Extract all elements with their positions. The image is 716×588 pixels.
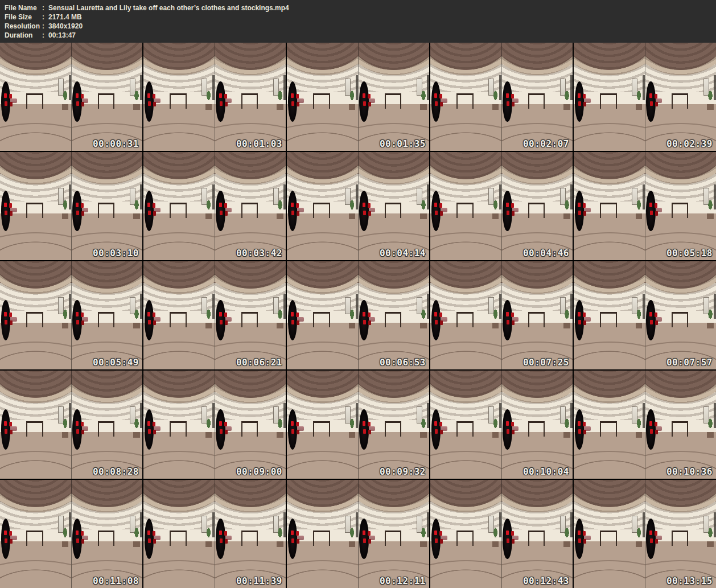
video-thumbnail: 00:01:35 [287,43,429,151]
floor-seams [287,430,358,479]
plant-shape [492,199,499,219]
vr-logo-oval [1,519,10,558]
right-eye-frame [72,480,143,588]
floor-seams [0,540,71,588]
floor-seams [574,430,645,479]
plant-shape [205,308,212,328]
vr-logo-oval [359,300,368,340]
wardrobe-shape [356,294,358,319]
table-shape [600,203,617,218]
vr-logo-led-icon [578,312,581,316]
video-thumbnail: 00:03:10 [0,152,142,260]
table-shape [528,421,545,437]
vr-logo-led-icon [76,93,79,98]
right-eye-frame [215,43,286,151]
vr-logo-led-icon [506,421,509,426]
right-eye-frame [502,371,573,479]
file-info-header: File Name:Sensual Lauretta and Lily take… [0,0,716,43]
vr-logo-led-icon [434,312,437,316]
left-eye-frame [430,261,502,369]
vr-logo-led-icon [219,531,222,535]
right-eye-frame [645,261,716,369]
right-eye-frame [215,152,286,260]
wardrobe-shape [427,184,429,209]
wardrobe-shape [570,184,573,209]
floor-seams [143,102,215,151]
vr-logo-led-icon [4,312,7,316]
plant-shape [62,417,68,438]
vr-logo-led-icon [649,203,652,207]
plant-shape [563,527,570,547]
timestamp-overlay: 00:01:03 [236,138,282,149]
plant-shape [420,527,426,547]
vr-logo-oval [72,300,81,340]
table-shape [98,93,115,109]
timestamp-overlay: 00:12:43 [523,575,569,586]
vr-logo-led-icon [649,531,652,535]
field-separator: : [42,3,44,13]
table-shape [456,312,474,327]
field-separator: : [42,31,44,40]
left-eye-frame [0,480,72,588]
left-eye-frame [287,43,359,151]
timestamp-overlay: 00:10:04 [523,466,569,477]
vr-logo-oval [145,81,154,121]
vr-logo-led-icon [291,93,294,98]
timestamp-overlay: 00:07:57 [666,357,713,368]
table-shape [456,93,474,109]
right-eye-frame [359,480,430,588]
floor-seams [287,212,358,261]
vr-logo-led-icon [363,312,365,316]
table-shape [600,531,617,546]
plant-shape [420,89,426,110]
vr-logo-led-icon [363,531,365,535]
floor-seams [574,321,645,370]
plant-shape [62,527,68,547]
table-shape [170,312,187,327]
wardrobe-shape [283,75,286,100]
right-eye-frame [502,480,573,588]
vr-logo-oval [216,81,225,121]
timestamp-overlay: 00:08:28 [93,466,139,477]
video-thumbnail: 00:02:07 [430,43,573,151]
vr-logo-oval [646,519,655,558]
vr-logo-led-icon [291,203,294,207]
plant-shape [62,199,68,219]
right-eye-frame [359,261,430,369]
video-thumbnail: 00:09:32 [287,371,429,479]
file-name-row: File Name:Sensual Lauretta and Lily take… [5,3,716,13]
vr-logo-led-icon [363,421,365,426]
wardrobe-shape [69,512,71,537]
duration-row: Duration:00:13:47 [5,31,716,40]
duration-value: 00:13:47 [48,31,76,39]
vr-logo-oval [503,519,512,558]
floor-seams [430,321,501,370]
vr-logo-oval [575,191,584,231]
timestamp-overlay: 00:03:42 [236,248,282,258]
timestamp-overlay: 00:07:25 [523,357,569,368]
floor-seams [0,102,71,151]
video-thumbnail: 00:04:14 [287,152,429,260]
vr-logo-oval [503,300,512,340]
video-thumbnail: 00:12:43 [430,480,573,588]
video-thumbnail: 00:00:31 [0,43,142,151]
table-shape [170,93,187,109]
wardrobe-shape [69,294,71,319]
timestamp-overlay: 00:01:35 [380,138,426,149]
plant-shape [62,308,68,328]
plant-shape [205,417,212,438]
vr-logo-oval [575,409,584,449]
wardrobe-shape [643,512,645,537]
plant-shape [420,308,426,328]
wardrobe-shape [140,184,142,209]
vr-logo-led-icon [291,312,294,316]
video-thumbnail: 00:07:25 [430,261,573,369]
table-shape [313,93,330,109]
table-shape [456,421,474,437]
left-eye-frame [430,480,502,588]
vr-logo-led-icon [76,531,79,535]
plant-shape [277,308,283,328]
wardrobe-shape [427,75,429,100]
vr-logo-oval [359,191,368,231]
plant-shape [492,308,499,328]
